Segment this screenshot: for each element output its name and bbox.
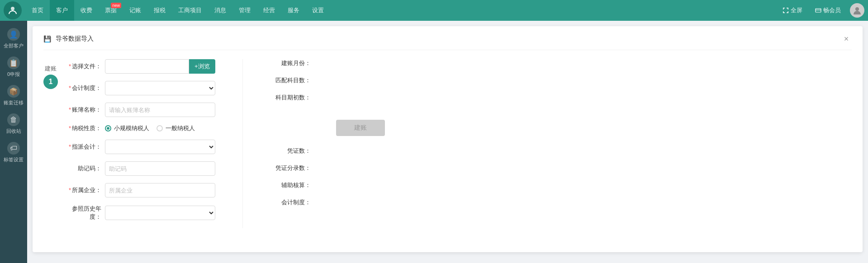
tax-type-small[interactable]: 小规模纳税人 [105,124,149,132]
sidebar-item-zero-declare-label: 0申报 [7,71,20,78]
tax-type-row: *纳税性质： 小规模纳税人 一般纳税人 [65,124,215,132]
assign-accountant-label: *指派会计： [65,143,101,151]
company-label: *所属企业： [65,186,101,194]
member-button[interactable]: 畅会员 [811,5,844,16]
step-label: 建账 [45,61,57,73]
form-fields: *选择文件： +浏览 *会计制度： [65,59,215,228]
modal-close-button[interactable]: × [841,33,852,44]
match-subjects-label: 匹配科目数： [270,76,311,85]
subject-opening-label: 科目期初数： [270,94,311,102]
accounting-system-label: *会计制度： [65,84,101,92]
right-field-voucher-entries: 凭证分录数： [270,164,451,172]
company-input[interactable] [105,183,215,197]
nav-manage[interactable]: 管理 [232,0,257,21]
sidebar-item-migrate[interactable]: 📦 账套迁移 [0,81,27,110]
avatar-icon [852,5,862,15]
right-field-build-month: 建账月份： [270,59,451,67]
tags-icon: 🏷 [7,142,20,155]
file-select-label: *选择文件： [65,62,101,70]
history-year-row: 参照历史年度： [65,205,215,221]
nav-invoice[interactable]: 票据 new [99,0,123,21]
build-month-label: 建账月份： [270,59,311,67]
nav-operation[interactable]: 经营 [257,0,281,21]
import-icon: 💾 [43,35,51,42]
accounting-system-select[interactable]: 小企业会计准则 企业会计准则 [105,81,215,95]
nav-business[interactable]: 工商项目 [172,0,208,21]
right-field-accounting-system: 会计制度： [270,198,451,207]
modal-header: 💾 导爷数据导入 × [43,33,852,50]
right-field-aux-accounting: 辅助核算： [270,181,451,189]
assign-accountant-select[interactable] [105,140,215,154]
nav-settings[interactable]: 设置 [306,0,330,21]
nav-home[interactable]: 首页 [25,0,50,21]
radio-general-dot [157,125,163,132]
zero-declare-icon: 📋 [7,56,20,69]
user-avatar[interactable] [850,3,864,18]
accounting-system-row: *会计制度： 小企业会计准则 企业会计准则 [65,81,215,95]
fullscreen-icon [783,7,789,14]
nav-customer[interactable]: 客户 [50,0,74,21]
company-row: *所属企业： [65,183,215,197]
nav-bookkeeping[interactable]: 记账 [123,0,147,21]
assist-code-label: 助记码： [65,164,101,173]
nav-fee[interactable]: 收费 [74,0,99,21]
form-divider [242,59,243,228]
sidebar-item-recycle[interactable]: 🗑 回收站 [0,110,27,138]
app-logo [4,1,22,19]
tax-type-radio-group: 小规模纳税人 一般纳税人 [105,124,215,132]
sidebar-item-all-customers[interactable]: 👤 全部客户 [0,24,27,53]
member-label: 畅会员 [823,6,841,14]
svg-rect-1 [816,9,821,12]
voucher-count-label: 凭证数： [270,147,311,155]
assign-accountant-row: *指派会计： [65,140,215,154]
top-navigation: 首页 客户 收费 票据 new 记账 报税 工商项目 消息 管理 经营 服务 设… [0,0,868,21]
member-icon [815,7,821,14]
step-badge: 1 [43,75,58,89]
tax-type-general[interactable]: 一般纳税人 [157,124,195,132]
assist-code-input[interactable] [105,161,215,176]
right-field-voucher-count: 凭证数： [270,147,451,155]
step-section: 建账 1 *选择文件： +浏览 [43,59,215,228]
sidebar-item-all-customers-label: 全部客户 [4,42,24,49]
aux-accounting-label: 辅助核算： [270,181,311,189]
migrate-icon: 📦 [7,85,20,98]
ledger-name-label: *账簿名称： [65,106,101,114]
build-account-button[interactable]: 建账 [336,120,385,136]
sidebar-item-recycle-label: 回收站 [6,128,21,135]
sidebar-item-zero-declare[interactable]: 📋 0申报 [0,53,27,81]
browse-button[interactable]: +浏览 [189,59,215,74]
svg-point-3 [855,7,859,11]
new-badge: new [111,3,121,8]
radio-small-dot [105,125,111,132]
nav-service[interactable]: 服务 [281,0,306,21]
sidebar-item-tags[interactable]: 🏷 标签设置 [0,138,27,167]
modal-card: 💾 导爷数据导入 × 建账 1 [33,26,863,252]
nav-tax[interactable]: 报税 [147,0,172,21]
fullscreen-button[interactable]: 全屏 [779,5,806,16]
file-select-row: *选择文件： +浏览 [65,59,215,74]
form-body: 建账 1 *选择文件： +浏览 [43,59,852,228]
right-field-subject-opening: 科目期初数： [270,94,451,102]
main-layout: 👤 全部客户 📋 0申报 📦 账套迁移 🗑 回收站 🏷 标签设置 💾 导 [0,21,868,263]
nav-right-area: 全屏 畅会员 [779,3,864,18]
right-field-match-subjects: 匹配科目数： [270,76,451,85]
ledger-name-input[interactable] [105,103,215,117]
assist-code-row: 助记码： [65,161,215,176]
fullscreen-label: 全屏 [791,6,802,14]
sidebar-item-tags-label: 标签设置 [4,156,24,163]
ledger-name-row: *账簿名称： [65,103,215,117]
sidebar-item-migrate-label: 账套迁移 [4,99,24,106]
history-year-select[interactable] [105,206,215,220]
content-area: 💾 导爷数据导入 × 建账 1 [27,21,868,263]
svg-point-0 [11,7,14,10]
modal-title: 💾 导爷数据导入 [43,35,94,43]
nav-message[interactable]: 消息 [208,0,232,21]
file-input-group: +浏览 [105,59,215,74]
voucher-entries-label: 凭证分录数： [270,164,311,172]
recycle-icon: 🗑 [7,113,20,126]
logo-icon [7,5,18,16]
sidebar: 👤 全部客户 📋 0申报 📦 账套迁移 🗑 回收站 🏷 标签设置 [0,21,27,263]
right-panel: 建账月份： 匹配科目数： 科目期初数： 建账 [270,59,451,228]
file-input[interactable] [105,59,189,74]
nav-menu: 首页 客户 收费 票据 new 记账 报税 工商项目 消息 管理 经营 服务 设… [25,0,779,21]
